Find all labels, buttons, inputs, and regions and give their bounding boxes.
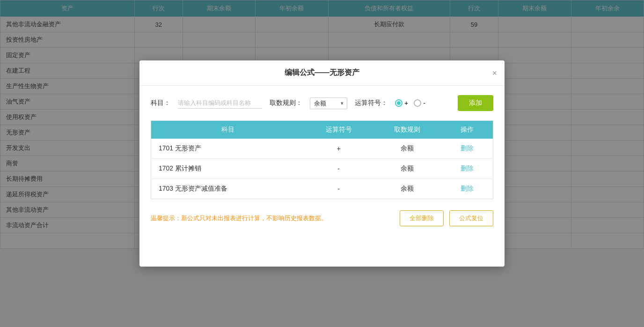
formula-subject: 1701 无形资产 xyxy=(151,139,305,159)
formula-rule: 余额 xyxy=(373,139,441,159)
operator-radio-group: + - xyxy=(395,99,425,107)
modal-close-button[interactable]: × xyxy=(492,69,497,77)
formula-table: 科目 运算符号 取数规则 操作 1701 无形资产 + 余额 删除 1702 累… xyxy=(151,120,493,199)
formula-operator: - xyxy=(305,159,373,179)
edit-formula-modal: 编辑公式——无形资产 × 科目： 取数规则： 余额 借方 贷方 借方累计 贷方累… xyxy=(139,60,505,267)
operator-label: 运算符号： xyxy=(355,99,388,107)
delete-button-3[interactable]: 删除 xyxy=(461,185,474,192)
th-action: 操作 xyxy=(441,121,493,139)
radio-plus-circle xyxy=(395,99,402,107)
radio-minus-label: - xyxy=(423,99,425,107)
rule-select-wrapper[interactable]: 余额 借方 贷方 借方累计 贷方累计 xyxy=(310,97,347,109)
add-button[interactable]: 添加 xyxy=(458,95,493,111)
formula-row: 1703 无形资产减值准备 - 余额 删除 xyxy=(151,179,493,199)
subject-input[interactable] xyxy=(178,97,262,109)
modal-title: 编辑公式——无形资产 xyxy=(285,68,359,76)
form-row: 科目： 取数规则： 余额 借方 贷方 借方累计 贷方累计 运算符号： + xyxy=(139,86,505,120)
formula-row: 1701 无形资产 + 余额 删除 xyxy=(151,139,493,159)
rule-select[interactable]: 余额 借方 贷方 借方累计 贷方累计 xyxy=(310,97,347,109)
th-rule: 取数规则 xyxy=(373,121,441,139)
subject-label: 科目： xyxy=(151,99,170,107)
rule-label: 取数规则： xyxy=(270,99,302,107)
delete-all-button[interactable]: 全部删除 xyxy=(400,210,444,226)
formula-subject: 1703 无形资产减值准备 xyxy=(151,179,305,199)
formula-row: 1702 累计摊销 - 余额 删除 xyxy=(151,159,493,179)
radio-plus-label: + xyxy=(404,99,408,107)
radio-minus-circle xyxy=(414,99,421,107)
formula-subject: 1702 累计摊销 xyxy=(151,159,305,179)
delete-button-1[interactable]: 删除 xyxy=(461,144,474,152)
radio-plus[interactable]: + xyxy=(395,99,408,107)
modal-overlay: 编辑公式——无形资产 × 科目： 取数规则： 余额 借方 贷方 借方累计 贷方累… xyxy=(0,0,644,327)
reset-formula-button[interactable]: 公式复位 xyxy=(449,210,493,226)
formula-rule: 余额 xyxy=(373,179,441,199)
delete-button-2[interactable]: 删除 xyxy=(461,164,474,172)
modal-footer: 温馨提示：新公式只对未出报表进行计算，不影响历史报表数据。 全部删除 公式复位 xyxy=(139,203,505,228)
modal-header: 编辑公式——无形资产 × xyxy=(139,60,505,86)
radio-minus[interactable]: - xyxy=(414,99,425,107)
footer-hint: 温馨提示：新公式只对未出报表进行计算，不影响历史报表数据。 xyxy=(151,214,327,223)
formula-rule: 余额 xyxy=(373,159,441,179)
formula-operator: + xyxy=(305,139,373,159)
th-subject: 科目 xyxy=(151,121,305,139)
formula-operator: - xyxy=(305,179,373,199)
th-operator: 运算符号 xyxy=(305,121,373,139)
footer-buttons: 全部删除 公式复位 xyxy=(400,210,493,226)
